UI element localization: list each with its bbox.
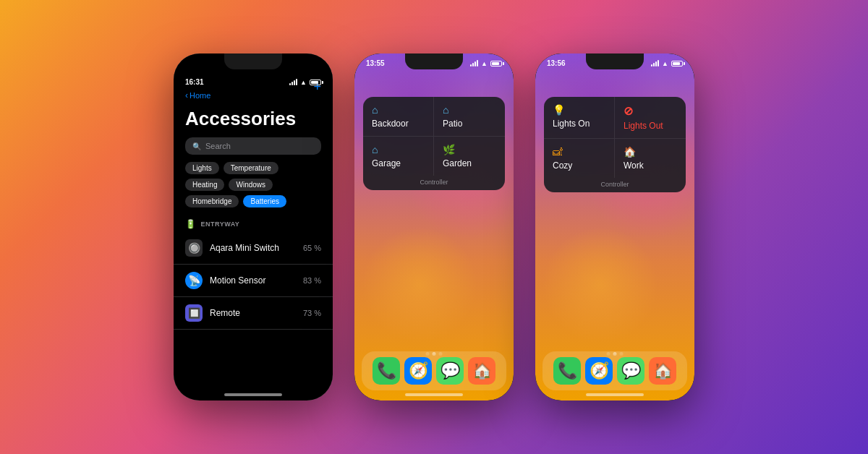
status-bar-1: 16:31 ▲: [174, 72, 333, 87]
menu-item-cozy[interactable]: 🛋 Cozy: [544, 139, 615, 178]
menu-item-work[interactable]: 🏠 Work: [615, 139, 686, 178]
wifi-icon-2: ▲: [481, 60, 488, 67]
time-2: 13:55: [366, 59, 385, 67]
accessories-screen: 16:31 ▲ ‹ Home + Accessories 🔍: [174, 53, 333, 401]
remote-value: 73 %: [303, 309, 321, 317]
garden-label: Garden: [443, 158, 496, 168]
status-bar-3: 13:56 ▲: [535, 53, 694, 69]
aqara-name: Aqara Mini Switch: [210, 243, 303, 253]
remote-icon: 🔲: [185, 304, 203, 322]
menu-item-patio[interactable]: ⌂ Patio: [434, 97, 505, 137]
filter-homebridge[interactable]: Homebridge: [185, 195, 239, 207]
filter-batteries[interactable]: Batteries: [243, 195, 286, 207]
phone-2: 13:55 ▲ ⌂ Backdoor ⌂: [354, 53, 514, 401]
home-indicator-2: [405, 393, 463, 396]
motion-icon: 📡: [185, 272, 203, 289]
wifi-icon-3: ▲: [662, 60, 668, 67]
context-footer-2: Controller: [363, 176, 505, 190]
work-label: Work: [624, 160, 677, 171]
battery-icon-2: [490, 61, 502, 67]
context-menu-3: 💡 Lights On ⊘ Lights Out 🛋 Cozy 🏠 Work: [544, 97, 686, 192]
garden-icon: 🌿: [443, 144, 496, 155]
lights-on-label: Lights On: [553, 119, 605, 129]
phone-3-screen: 13:56 ▲ 💡 Lights On ⊘: [535, 53, 694, 401]
nav-header: ‹ Home +: [174, 87, 333, 106]
backdoor-label: Backdoor: [372, 119, 425, 129]
section-label: 🔋 ENTRYWAY: [174, 212, 333, 232]
section-name: ENTRYWAY: [201, 220, 240, 228]
menu-item-backdoor[interactable]: ⌂ Backdoor: [363, 97, 434, 137]
filter-windows[interactable]: Windows: [229, 179, 273, 191]
dock-home-3[interactable]: 🏠: [649, 357, 676, 385]
signal-icon: [289, 80, 297, 85]
search-placeholder: Search: [205, 142, 231, 150]
menu-item-garage[interactable]: ⌂ Garage: [363, 137, 434, 176]
home-indicator-3: [586, 393, 644, 396]
filter-lights[interactable]: Lights: [185, 162, 219, 174]
back-button[interactable]: ‹ Home: [185, 90, 321, 100]
menu-item-lights-on[interactable]: 💡 Lights On: [544, 97, 615, 139]
dock-phone[interactable]: 📞: [373, 357, 400, 385]
back-chevron-icon: ‹: [185, 90, 188, 100]
wallpaper-3: 13:56 ▲ 💡 Lights On ⊘: [535, 53, 694, 401]
wifi-icon: ▲: [300, 79, 307, 86]
filter-temperature[interactable]: Temperature: [224, 162, 278, 174]
motion-name: Motion Sensor: [210, 275, 303, 286]
filter-chips: Lights Temperature Heating Windows Homeb…: [174, 162, 333, 212]
context-menu-grid-2: ⌂ Backdoor ⌂ Patio ⌂ Garage 🌿 Garden: [363, 97, 505, 176]
cozy-icon: 🛋: [553, 146, 605, 158]
signal-icon-3: [651, 61, 659, 67]
accessory-motion[interactable]: 📡 Motion Sensor 83 %: [174, 265, 333, 297]
phone-1: 16:31 ▲ ‹ Home + Accessories 🔍: [174, 53, 333, 401]
context-menu-grid-3: 💡 Lights On ⊘ Lights Out 🛋 Cozy 🏠 Work: [544, 97, 686, 178]
status-icons-1: ▲: [289, 79, 321, 86]
battery-icon-3: [671, 61, 683, 67]
phone-3: 13:56 ▲ 💡 Lights On ⊘: [535, 53, 694, 401]
filter-heating[interactable]: Heating: [185, 179, 224, 191]
accessory-aqara[interactable]: 🔘 Aqara Mini Switch 65 %: [174, 232, 333, 265]
menu-item-garden[interactable]: 🌿 Garden: [434, 137, 505, 176]
dock-messages[interactable]: 💬: [436, 357, 464, 385]
dock-safari[interactable]: 🧭: [404, 357, 432, 385]
patio-label: Patio: [443, 119, 496, 129]
wallpaper-2: 13:55 ▲ ⌂ Backdoor ⌂: [354, 53, 514, 401]
lights-out-icon: ⊘: [624, 104, 677, 118]
context-menu-2: ⌂ Backdoor ⌂ Patio ⌂ Garage 🌿 Garden: [363, 97, 505, 190]
phone-2-screen: 13:55 ▲ ⌂ Backdoor ⌂: [354, 53, 514, 401]
dock-3: 📞 🧭 💬 🏠: [542, 351, 687, 390]
dock-messages-3[interactable]: 💬: [617, 357, 644, 385]
context-footer-3: Controller: [544, 178, 686, 192]
home-indicator-1: [224, 393, 282, 396]
back-label: Home: [190, 91, 210, 100]
remote-name: Remote: [210, 308, 303, 318]
accessory-remote[interactable]: 🔲 Remote 73 %: [174, 297, 333, 330]
section-icon: 🔋: [185, 219, 197, 229]
lights-out-label: Lights Out: [624, 121, 677, 131]
time-1: 16:31: [185, 78, 204, 86]
cozy-label: Cozy: [553, 160, 605, 171]
backdoor-icon: ⌂: [372, 104, 425, 116]
battery-icon: [310, 80, 321, 85]
menu-item-lights-out[interactable]: ⊘ Lights Out: [615, 97, 686, 139]
work-icon: 🏠: [624, 146, 677, 158]
dock-phone-3[interactable]: 📞: [553, 357, 581, 385]
status-icons-3: ▲: [651, 60, 683, 67]
status-bar-2: 13:55 ▲: [354, 53, 514, 69]
aqara-value: 65 %: [303, 244, 321, 252]
lights-on-icon: 💡: [553, 104, 605, 116]
aqara-icon: 🔘: [185, 239, 203, 257]
garage-label: Garage: [372, 158, 425, 168]
dock-safari-3[interactable]: 🧭: [585, 357, 613, 385]
time-3: 13:56: [547, 59, 566, 67]
status-icons-2: ▲: [470, 60, 502, 67]
phone-1-screen: 16:31 ▲ ‹ Home + Accessories 🔍: [174, 53, 333, 401]
signal-icon-2: [470, 61, 478, 67]
dock-2: 📞 🧭 💬 🏠: [362, 351, 506, 390]
search-icon: 🔍: [192, 142, 201, 150]
page-title: Accessories: [174, 106, 333, 137]
patio-icon: ⌂: [443, 104, 496, 116]
motion-value: 83 %: [303, 276, 321, 285]
search-bar[interactable]: 🔍 Search: [185, 137, 321, 155]
dock-home[interactable]: 🏠: [468, 357, 495, 385]
garage-icon: ⌂: [372, 144, 425, 155]
